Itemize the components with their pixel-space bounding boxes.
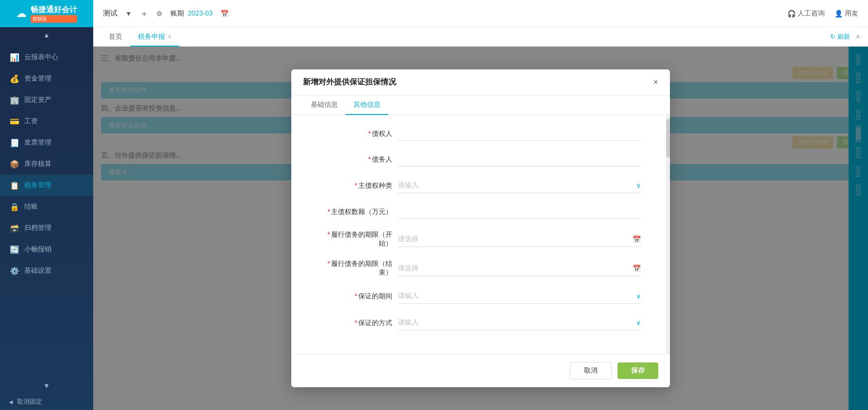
field-period-end: *履行债务的期限（结束） 请选择 📅 [320, 260, 641, 277]
debt-type-placeholder: 请输入 [398, 181, 418, 190]
period-end-picker[interactable]: 请选择 📅 [398, 261, 641, 276]
settings-icon: ⚙️ [10, 266, 19, 276]
headset-icon: 🎧 [787, 10, 796, 17]
modal-overlay: 新增对外提供保证担保情况 × 基础信息 其他信息 [93, 47, 868, 410]
sidebar-item-inventory[interactable]: 📦 库存核算 [0, 153, 93, 175]
guarantee-period-select[interactable]: 请输入 ∨ [398, 289, 641, 304]
panel-close-button[interactable]: × [856, 33, 860, 41]
human-service-button[interactable]: 🎧 人工咨询 [787, 9, 825, 18]
app-logo: ☁ 畅捷通好会计 旗舰版 [0, 0, 93, 27]
inventory-icon: 📦 [10, 159, 19, 169]
sidebar-item-label: 库存核算 [24, 160, 51, 168]
expense-icon: 🔄 [10, 245, 19, 254]
user-icon: 👤 [835, 10, 843, 17]
period-value: 2023-03 [188, 9, 213, 17]
refresh-button[interactable]: ↻ 刷新 [830, 33, 850, 41]
sidebar-item-label: 结账 [24, 202, 38, 211]
field-period-start: *履行债务的期限（开始） 请选择 📅 [320, 230, 641, 248]
field-debt-type: *主债权种类 请输入 ∨ [320, 178, 641, 193]
company-name: 测试 [103, 9, 117, 18]
guarantee-method-chevron-icon: ∨ [636, 319, 641, 327]
modal-tab-basic[interactable]: 基础信息 [303, 96, 346, 115]
main-area: 测试 ▼ ＋ ⚙ 账期 2023-03 📅 🎧 人工咨询 👤 用友 [93, 0, 868, 410]
sidebar-item-expense[interactable]: 🔄 小畅报销 [0, 239, 93, 260]
add-button[interactable]: ＋ [140, 8, 149, 19]
modal-tab-other[interactable]: 其他信息 [346, 96, 388, 115]
settings-gear-icon[interactable]: ⚙ [156, 10, 163, 17]
debt-amount-label: *主债权数额（万元） [320, 208, 398, 216]
tax-icon: 📋 [10, 180, 19, 190]
sidebar-item-archive[interactable]: 🗃️ 归档管理 [0, 217, 93, 239]
logo-text: 畅捷通好会计 [31, 5, 77, 15]
tab-close-icon[interactable]: × [168, 33, 171, 40]
modal-close-button[interactable]: × [653, 77, 658, 87]
tab-home[interactable]: 首页 [101, 27, 130, 47]
unpin-icon: ◄ [8, 398, 14, 406]
period-start-picker[interactable]: 请选择 📅 [398, 232, 641, 247]
invoice-icon: 🧾 [10, 138, 19, 148]
modal-dialog: 新增对外提供保证担保情况 × 基础信息 其他信息 [291, 69, 670, 387]
period-end-label: *履行债务的期限（结束） [320, 260, 398, 277]
period-start-label: *履行债务的期限（开始） [320, 230, 398, 248]
creditor-input[interactable] [398, 127, 641, 141]
top-bar-right: 🎧 人工咨询 👤 用友 [787, 9, 858, 18]
debt-type-chevron-icon: ∨ [636, 181, 641, 189]
scroll-up-button[interactable]: ▲ [0, 27, 93, 43]
sidebar: ☁ 畅捷通好会计 旗舰版 ▲ 📊 云报表中心 💰 资金管理 🏢 固定资产 💳 [0, 0, 93, 410]
tabs-bar: 首页 税务申报 × ↻ 刷新 × [93, 27, 868, 47]
modal-footer: 取消 保存 [291, 354, 670, 387]
refresh-icon: ↻ [830, 33, 835, 40]
debtor-input[interactable] [398, 152, 641, 166]
creditor-label: *债权人 [320, 130, 398, 138]
sidebar-item-close[interactable]: 🔒 结账 [0, 196, 93, 217]
content-area: 三、有限责任公司本年度... 复制上年度 新增 变更时间 操作 四、企业是否有投… [93, 47, 868, 410]
guarantee-period-label: *保证的期间 [320, 292, 398, 301]
modal-body: *债权人 *债务人 [291, 115, 670, 354]
company-chevron-icon[interactable]: ▼ [125, 10, 132, 17]
debt-type-select[interactable]: 请输入 ∨ [398, 178, 641, 193]
sidebar-item-settings[interactable]: ⚙️ 基础设置 [0, 260, 93, 281]
calendar-icon[interactable]: 📅 [220, 10, 229, 17]
close-account-icon: 🔒 [10, 202, 19, 212]
period-start-cal-icon: 📅 [633, 235, 641, 243]
fund-icon: 💰 [10, 74, 19, 83]
sidebar-nav: 📊 云报表中心 💰 资金管理 🏢 固定资产 💳 工资 🧾 发票管理 📦 [0, 43, 93, 378]
scrollbar-thumb[interactable] [666, 119, 670, 158]
modal-header: 新增对外提供保证担保情况 × [291, 69, 670, 96]
scroll-down-button[interactable]: ▼ [0, 378, 93, 394]
field-debtor: *债务人 [320, 152, 641, 166]
guarantee-period-chevron-icon: ∨ [636, 292, 641, 300]
archive-icon: 🗃️ [10, 223, 19, 233]
sidebar-item-fixed-asset[interactable]: 🏢 固定资产 [0, 89, 93, 111]
cancel-button[interactable]: 取消 [570, 362, 612, 379]
field-guarantee-period: *保证的期间 请输入 ∨ [320, 289, 641, 304]
field-guarantee-method: *保证的方式 请输入 ∨ [320, 315, 641, 330]
period-start-placeholder: 请选择 [398, 235, 418, 244]
debt-amount-input[interactable] [398, 205, 641, 219]
sidebar-item-label: 小畅报销 [24, 245, 51, 254]
sidebar-item-label: 固定资产 [24, 96, 51, 104]
modal-tabs: 基础信息 其他信息 [291, 96, 670, 115]
tab-tax-declaration[interactable]: 税务申报 × [130, 27, 179, 47]
top-bar: 测试 ▼ ＋ ⚙ 账期 2023-03 📅 🎧 人工咨询 👤 用友 [93, 0, 868, 27]
user-avatar[interactable]: 👤 用友 [835, 9, 858, 18]
save-button[interactable]: 保存 [618, 362, 658, 379]
period-end-placeholder: 请选择 [398, 264, 418, 273]
sidebar-item-fund[interactable]: 💰 资金管理 [0, 68, 93, 89]
guarantee-period-placeholder: 请输入 [398, 292, 418, 300]
sidebar-item-label: 资金管理 [24, 74, 51, 83]
sidebar-item-tax[interactable]: 📋 税务管理 [0, 175, 93, 196]
debt-type-label: *主债权种类 [320, 181, 398, 190]
sidebar-item-label: 税务管理 [24, 181, 51, 190]
sidebar-item-label: 云报表中心 [24, 53, 58, 62]
guarantee-method-select[interactable]: 请输入 ∨ [398, 315, 641, 330]
sidebar-item-cloud-report[interactable]: 📊 云报表中心 [0, 47, 93, 68]
sidebar-item-label: 归档管理 [24, 224, 51, 232]
cancel-fixed-button[interactable]: ◄ 取消固定 [0, 394, 93, 410]
sidebar-item-payroll[interactable]: 💳 工资 [0, 111, 93, 132]
logo-badge: 旗舰版 [31, 15, 77, 23]
field-debt-amount: *主债权数额（万元） [320, 205, 641, 219]
fixed-asset-icon: 🏢 [10, 95, 19, 105]
modal-scrollbar[interactable] [666, 115, 670, 354]
sidebar-item-invoice[interactable]: 🧾 发票管理 [0, 132, 93, 153]
